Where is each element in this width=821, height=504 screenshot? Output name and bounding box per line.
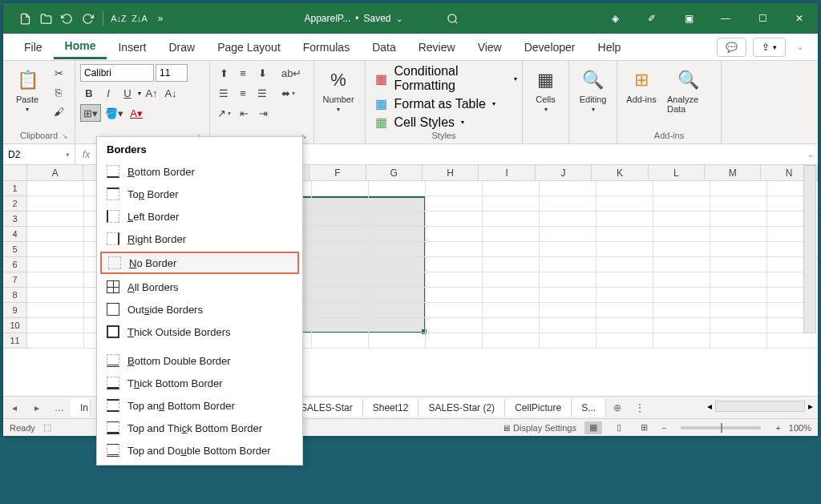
cell[interactable] [369,272,426,288]
cell[interactable] [483,333,540,349]
row-header[interactable]: 5 [3,242,27,257]
macro-record-icon[interactable]: ⬚ [43,422,51,433]
cell[interactable] [540,303,597,318]
cell[interactable] [710,288,767,303]
cell[interactable] [710,333,767,349]
cell[interactable] [653,196,710,212]
analyze-data-button[interactable]: 🔍Analyze Data [664,64,712,117]
cell[interactable] [27,242,84,257]
column-header[interactable]: G [366,165,423,181]
sheet-tab[interactable]: Sheet12 [363,399,419,417]
column-header[interactable]: H [423,165,479,181]
column-header[interactable]: I [479,165,535,181]
cell[interactable] [369,227,426,242]
cell[interactable] [710,257,767,272]
sheet-tab[interactable]: In [71,399,91,417]
bold-button[interactable]: B [80,84,98,102]
cell[interactable] [27,318,84,333]
cell[interactable] [483,257,540,272]
cell[interactable] [483,227,540,242]
decrease-indent-icon[interactable]: ⇤ [235,104,253,122]
cell[interactable] [483,288,540,303]
copy-icon[interactable]: ⎘ [50,83,67,101]
open-file-icon[interactable] [37,10,55,27]
cell[interactable] [312,288,369,303]
scroll-first-icon[interactable]: ◂ [3,402,26,413]
cell[interactable] [597,242,653,257]
align-middle-icon[interactable]: ≡ [234,64,252,82]
border-all-item[interactable]: All Borders [97,276,302,298]
cell[interactable] [540,333,597,349]
cell[interactable] [597,257,653,272]
cut-icon[interactable]: ✂ [50,64,67,82]
fill-color-button[interactable]: 🪣▾ [103,104,126,122]
cell[interactable] [426,333,483,349]
cell[interactable] [597,272,653,288]
row-header[interactable]: 2 [3,196,27,212]
cell[interactable] [483,272,540,288]
select-all-corner[interactable] [3,165,27,181]
increase-indent-icon[interactable]: ⇥ [254,104,272,122]
column-header[interactable]: K [592,165,648,181]
maximize-button[interactable]: ☐ [744,3,781,34]
align-center-icon[interactable]: ≡ [234,84,252,102]
cell[interactable] [27,257,84,272]
borders-button[interactable]: ⊞▾ [80,104,101,122]
new-file-icon[interactable] [16,10,34,27]
close-button[interactable]: ✕ [781,3,818,34]
cell[interactable] [312,303,369,318]
format-as-table-button[interactable]: ▦ Format as Table ▾ [375,96,495,111]
menu-view[interactable]: View [467,36,513,58]
format-painter-icon[interactable]: 🖌 [50,103,67,120]
border-none-item[interactable]: No Border [100,252,299,274]
menu-page-layout[interactable]: Page Layout [206,36,292,58]
align-top-icon[interactable]: ⬆ [215,64,233,82]
cell-styles-button[interactable]: ▦ Cell Styles ▾ [375,115,464,130]
menu-review[interactable]: Review [407,36,467,58]
comments-button[interactable]: 💬 [717,38,746,57]
cell[interactable] [653,242,710,257]
qat-overflow-icon[interactable]: » [152,10,169,27]
cell[interactable] [597,227,653,242]
row-header[interactable]: 8 [3,288,27,303]
cell[interactable] [312,272,369,288]
cell[interactable] [483,181,540,196]
cell[interactable] [426,212,483,227]
dialog-launcher-icon[interactable]: ↘ [62,132,68,140]
cell[interactable] [597,196,653,212]
cell[interactable] [540,212,597,227]
name-box[interactable]: D2▾ [3,144,75,164]
cell[interactable] [483,318,540,333]
cell[interactable] [540,272,597,288]
orientation-button[interactable]: ↗ [215,104,233,122]
cell[interactable] [312,242,369,257]
undo-icon[interactable] [58,10,75,27]
cell[interactable] [653,257,710,272]
redo-icon[interactable] [79,10,96,27]
cell[interactable] [710,212,767,227]
cell[interactable] [710,303,767,318]
collapse-ribbon-icon[interactable]: ⌄ [797,42,803,51]
border-thick-outside-item[interactable]: Thick Outside Borders [97,321,302,343]
cell[interactable] [710,272,767,288]
cell[interactable] [27,227,84,242]
cell[interactable] [597,181,653,196]
conditional-formatting-button[interactable]: ▦ Conditional Formatting ▾ [375,64,517,93]
cell[interactable] [426,303,483,318]
align-bottom-icon[interactable]: ⬇ [253,64,271,82]
addins-button[interactable]: ⊞Add-ins [622,64,661,107]
cell[interactable] [312,333,369,349]
zoom-level[interactable]: 100% [789,423,811,433]
border-right-item[interactable]: Right Border [97,228,302,250]
page-break-view-icon[interactable]: ⊞ [636,421,653,434]
column-header[interactable]: A [27,165,83,181]
border-left-item[interactable]: Left Border [97,205,302,228]
row-header[interactable]: 10 [3,318,27,333]
cell[interactable] [483,196,540,212]
menu-data[interactable]: Data [361,36,407,58]
fx-icon[interactable]: fx [75,144,98,164]
border-top-double-bottom-item[interactable]: Top and Double Bottom Border [97,439,302,462]
sheet-tab[interactable]: CellPicture [505,399,572,417]
paste-button[interactable]: 📋 Paste ▾ [8,64,47,116]
menu-draw[interactable]: Draw [157,36,206,58]
